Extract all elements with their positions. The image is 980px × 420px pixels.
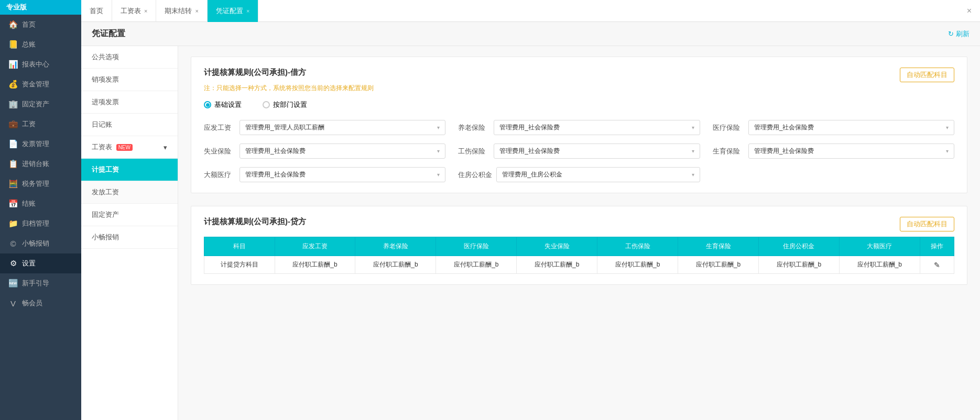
sidebar-item-salary[interactable]: 💼 工资 bbox=[0, 114, 81, 134]
settings-icon: ⚙ bbox=[8, 259, 18, 268]
chevron-salary: ▾ bbox=[437, 125, 440, 130]
select-unemployment[interactable]: 管理费用_社会保险费 ▾ bbox=[239, 143, 445, 159]
sidebar-item-asset[interactable]: 🏢 固定资产 bbox=[0, 94, 81, 114]
salary-icon: 💼 bbox=[8, 119, 18, 129]
sales-icon: 📋 bbox=[8, 159, 18, 169]
chevron-medical: ▾ bbox=[946, 125, 949, 130]
th-pension: 养老保险 bbox=[355, 237, 436, 256]
sidebar-item-home[interactable]: 🏠 首页 bbox=[0, 15, 81, 35]
radio-basic-dot bbox=[206, 103, 210, 107]
debit-auto-match-button[interactable]: 自动匹配科目 bbox=[900, 68, 954, 82]
main-area: 首页 工资表 × 期末结转 × 凭证配置 × × 凭证配置 ↻ 刷新 公共选项 bbox=[81, 0, 980, 420]
sidebar-item-member[interactable]: V 畅会员 bbox=[0, 293, 81, 313]
report-icon: 📊 bbox=[8, 60, 18, 69]
tab-voucher-config[interactable]: 凭证配置 × bbox=[208, 0, 258, 22]
sidebar-item-invoice[interactable]: 📄 发票管理 bbox=[0, 134, 81, 154]
th-medical: 医疗保险 bbox=[436, 237, 517, 256]
td-housing-val: 应付职工薪酬_b bbox=[759, 256, 840, 274]
credit-section-title: 计提核算规则(公司承担)-贷方 bbox=[204, 217, 306, 227]
th-major-medical: 大额医疗 bbox=[839, 237, 920, 256]
table-row: 计提贷方科目 应付职工薪酬_b 应付职工薪酬_b 应付职工薪酬_b 应付职工薪酬… bbox=[204, 256, 954, 274]
select-medical[interactable]: 管理费用_社会保险费 ▾ bbox=[748, 120, 954, 135]
td-operation[interactable]: ✎ bbox=[920, 256, 954, 274]
debit-section-left: 计提核算规则(公司承担)-借方 注：只能选择一种方式，系统将按照您当前的选择来配… bbox=[204, 68, 374, 100]
sidebar-item-sales[interactable]: 📋 进销台账 bbox=[0, 154, 81, 174]
refresh-button[interactable]: ↻ 刷新 bbox=[948, 29, 970, 39]
th-housing: 住房公积金 bbox=[759, 237, 840, 256]
sidebar-item-archive[interactable]: 📁 归档管理 bbox=[0, 214, 81, 234]
nav-salary-calc[interactable]: 计提工资 bbox=[81, 159, 178, 181]
chevron-pension: ▾ bbox=[692, 125, 694, 130]
td-medical-val: 应付职工薪酬_b bbox=[436, 256, 517, 274]
nav-purchase-invoice[interactable]: 进项发票 bbox=[81, 91, 178, 114]
nav-xiaochang[interactable]: 小畅报销 bbox=[81, 226, 178, 249]
nav-journal[interactable]: 日记账 bbox=[81, 114, 178, 136]
chevron-housing: ▾ bbox=[692, 172, 694, 178]
sidebar-item-ledger[interactable]: 📒 总账 bbox=[0, 35, 81, 54]
radio-basic[interactable]: 基础设置 bbox=[204, 100, 242, 109]
credit-section: 计提核算规则(公司承担)-贷方 自动匹配科目 科目 应发工资 养老保险 医疗保险… bbox=[191, 206, 967, 285]
page-title: 凭证配置 bbox=[92, 28, 125, 39]
select-maternity[interactable]: 管理费用_社会保险费 ▾ bbox=[748, 143, 954, 159]
new-badge: NEW bbox=[116, 144, 133, 151]
radio-dept[interactable]: 按部门设置 bbox=[263, 100, 307, 109]
tab-period-close[interactable]: 期末结转 × bbox=[156, 0, 207, 22]
select-major-medical[interactable]: 管理费用_社会保险费 ▾ bbox=[239, 167, 445, 182]
nav-salary-table[interactable]: 工资表 NEW ▾ bbox=[81, 136, 178, 159]
th-injury: 工伤保险 bbox=[597, 237, 678, 256]
nav-salary-pay[interactable]: 发放工资 bbox=[81, 181, 178, 204]
select-pension[interactable]: 管理费用_社会保险费 ▾ bbox=[494, 120, 700, 135]
form-item-pension: 养老保险 管理费用_社会保险费 ▾ bbox=[458, 120, 700, 135]
form-item-housing: 住房公积金 管理费用_住房公积金 ▾ bbox=[458, 167, 700, 182]
nav-public[interactable]: 公共选项 bbox=[81, 46, 178, 69]
nav-sales-invoice[interactable]: 销项发票 bbox=[81, 69, 178, 91]
chevron-major-medical: ▾ bbox=[437, 172, 440, 178]
th-subject: 科目 bbox=[204, 237, 275, 256]
form-item-empty bbox=[713, 167, 954, 182]
td-subject-label: 计提贷方科目 bbox=[204, 256, 275, 274]
content-area: 公共选项 销项发票 进项发票 日记账 工资表 NEW ▾ 计提工资 bbox=[81, 46, 980, 420]
nav-fixed-asset[interactable]: 固定资产 bbox=[81, 204, 178, 226]
debit-form-grid: 应发工资 管理费用_管理人员职工薪酬 ▾ 养老保险 管理费用_社会保险费 ▾ bbox=[204, 120, 954, 182]
radio-basic-circle bbox=[204, 101, 211, 108]
form-item-maternity: 生育保险 管理费用_社会保险费 ▾ bbox=[713, 143, 954, 159]
xiaochang-icon: © bbox=[8, 239, 18, 248]
th-operation: 操作 bbox=[920, 237, 954, 256]
td-salary-val: 应付职工薪酬_b bbox=[275, 256, 355, 274]
tab-close-voucher[interactable]: × bbox=[246, 8, 249, 14]
home-icon: 🏠 bbox=[8, 20, 18, 29]
sidebar-item-fund[interactable]: 💰 资金管理 bbox=[0, 74, 81, 94]
sidebar-item-settings[interactable]: ⚙ 设置 bbox=[0, 253, 81, 273]
sidebar-item-xiaochang[interactable]: © 小畅报销 bbox=[0, 234, 81, 253]
edit-icon[interactable]: ✎ bbox=[934, 261, 940, 269]
select-salary[interactable]: 管理费用_管理人员职工薪酬 ▾ bbox=[239, 120, 445, 135]
sidebar-item-report[interactable]: 📊 报表中心 bbox=[0, 54, 81, 74]
sidebar-item-tax[interactable]: 🧮 税务管理 bbox=[0, 174, 81, 194]
sidebar-item-close[interactable]: 📅 结账 bbox=[0, 194, 81, 214]
table-header-row: 科目 应发工资 养老保险 医疗保险 失业保险 工伤保险 生育保险 住房公积金 大… bbox=[204, 237, 954, 256]
tab-home[interactable]: 首页 bbox=[81, 0, 112, 22]
select-housing[interactable]: 管理费用_住房公积金 ▾ bbox=[496, 167, 700, 182]
form-item-salary: 应发工资 管理费用_管理人员职工薪酬 ▾ bbox=[204, 120, 445, 135]
th-unemployment: 失业保险 bbox=[517, 237, 597, 256]
tab-bar: 首页 工资表 × 期末结转 × 凭证配置 × × bbox=[81, 0, 980, 22]
tab-salary-table[interactable]: 工资表 × bbox=[112, 0, 156, 22]
chevron-unemployment: ▾ bbox=[437, 148, 440, 154]
td-unemployment-val: 应付职工薪酬_b bbox=[517, 256, 597, 274]
tab-close-period[interactable]: × bbox=[195, 8, 198, 14]
credit-table: 科目 应发工资 养老保险 医疗保险 失业保险 工伤保险 生育保险 住房公积金 大… bbox=[204, 237, 954, 274]
guide-icon: 🆕 bbox=[8, 279, 18, 288]
main-close-button[interactable]: × bbox=[959, 0, 980, 22]
sidebar-header: 专业版 bbox=[0, 0, 81, 15]
page-header: 凭证配置 ↻ 刷新 bbox=[81, 22, 980, 46]
select-injury[interactable]: 管理费用_社会保险费 ▾ bbox=[494, 143, 700, 159]
main-content: 计提核算规则(公司承担)-借方 注：只能选择一种方式，系统将按照您当前的选择来配… bbox=[178, 46, 980, 420]
credit-auto-match-button[interactable]: 自动匹配科目 bbox=[900, 217, 954, 231]
debit-section-note: 注：只能选择一种方式，系统将按照您当前的选择来配置规则 bbox=[204, 84, 374, 93]
invoice-icon: 📄 bbox=[8, 139, 18, 149]
form-item-injury: 工伤保险 管理费用_社会保险费 ▾ bbox=[458, 143, 700, 159]
ledger-icon: 📒 bbox=[8, 40, 18, 49]
fund-icon: 💰 bbox=[8, 80, 18, 89]
sidebar-item-guide[interactable]: 🆕 新手引导 bbox=[0, 273, 81, 293]
tab-close-salary[interactable]: × bbox=[144, 8, 147, 14]
